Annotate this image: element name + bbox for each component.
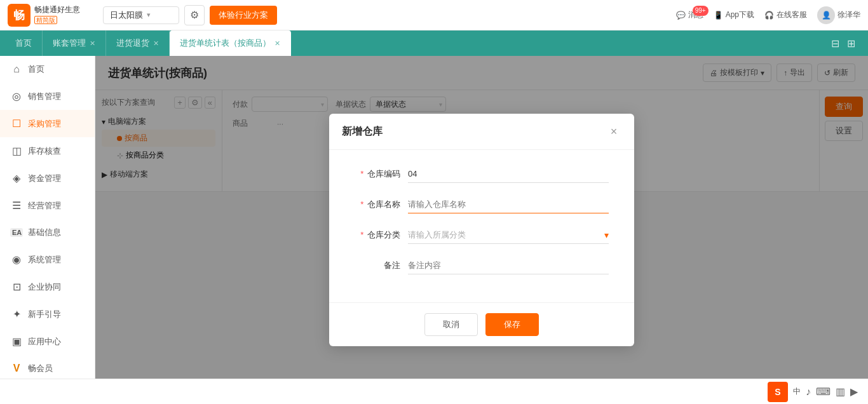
warehouse-category-select-wrap: 请输入所属分类 ▾ (408, 226, 609, 244)
top-header: 畅 畅捷通好生意 精简版 日太阳膜 ▾ ⚙ 体验行业方案 💬 消息 99+ 📱 … (0, 0, 868, 30)
logo-area: 畅 畅捷通好生意 精简版 (8, 4, 103, 27)
online-service-label: 在线客服 (776, 10, 807, 20)
appcenter-icon: ▣ (10, 335, 23, 347)
bottom-music-icon[interactable]: ♪ (806, 386, 811, 398)
cancel-button[interactable]: 取消 (424, 313, 478, 336)
bottom-window-icon[interactable]: ▥ (836, 386, 845, 398)
sidebar-item-vip[interactable]: V 畅会员 (0, 355, 95, 382)
warehouse-code-input[interactable] (408, 165, 609, 183)
sidebar-item-newbie[interactable]: ✦ 新手引导 (0, 300, 95, 328)
tab-purchase-stats[interactable]: 进货单统计表（按商品） ✕ (170, 30, 291, 56)
app-logo-icon: 畅 (8, 4, 31, 27)
form-notes-label: 备注 (355, 260, 400, 271)
gear-icon: ⚙ (190, 9, 199, 21)
app-download-label: App下载 (726, 10, 754, 20)
sidebar-item-basic-info-label: 基础信息 (28, 227, 61, 238)
form-row-category: * 仓库分类 请输入所属分类 ▾ (355, 226, 609, 244)
sidebar-item-home-label: 首页 (28, 64, 44, 75)
settings-button[interactable]: ⚙ (184, 5, 205, 25)
experience-button[interactable]: 体验行业方案 (210, 6, 277, 25)
sidebar-item-inventory[interactable]: ◫ 库存核查 (0, 137, 95, 165)
sidebar-item-system[interactable]: ◉ 系统管理 (0, 246, 95, 273)
warehouse-category-select[interactable]: 请输入所属分类 (408, 226, 609, 243)
tab-account-label: 账套管理 (53, 37, 86, 49)
sidebar-item-home[interactable]: ⌂ 首页 (0, 56, 95, 83)
finance-icon: ◈ (10, 172, 23, 184)
vip-icon: V (10, 363, 23, 374)
app-name: 畅捷通好生意 (34, 5, 80, 15)
sidebar-item-operations[interactable]: ☰ 经营管理 (0, 192, 95, 219)
message-action[interactable]: 💬 消息 99+ (676, 10, 703, 20)
form-row-code: * 仓库编码 (355, 165, 609, 183)
sidebar-item-system-label: 系统管理 (28, 254, 61, 266)
tab-account[interactable]: 账套管理 ✕ (43, 30, 106, 56)
online-service-action[interactable]: 🎧 在线客服 (764, 10, 807, 20)
bottom-play-icon[interactable]: ▶ (850, 386, 858, 398)
tab-minimize-icon[interactable]: ⊟ (829, 35, 842, 52)
store-name: 日太阳膜 (110, 10, 143, 21)
home-icon: ⌂ (10, 64, 23, 75)
app-download-action[interactable]: 📱 App下载 (714, 10, 754, 20)
sidebar-item-operations-label: 经营管理 (28, 200, 61, 212)
sidebar-item-sales[interactable]: ◎ 销售管理 (0, 83, 95, 110)
modal-close-btn[interactable]: × (606, 124, 621, 139)
tab-purchase-return[interactable]: 进货退货 ✕ (106, 30, 170, 56)
header-right: 💬 消息 99+ 📱 App下载 🎧 在线客服 👤 徐泽华 (676, 6, 860, 24)
bottom-bar: S 中 ♪ ⌨ ▥ ▶ (0, 379, 868, 404)
message-icon: 💬 (676, 11, 686, 20)
purchase-icon: ☐ (10, 118, 23, 130)
username: 徐泽华 (837, 10, 860, 20)
sidebar-item-appcenter[interactable]: ▣ 应用中心 (0, 328, 95, 355)
inventory-icon: ◫ (10, 145, 23, 157)
modal-body: * 仓库编码 * 仓库名称 (329, 150, 634, 302)
sidebar-item-basic-info[interactable]: EA 基础信息 (0, 219, 95, 246)
main-layout: ⌂ 首页 ◎ 销售管理 ☐ 采购管理 ◫ 库存核查 ◈ 资金管理 ☰ 经营管理 … (0, 56, 868, 404)
sales-icon: ◎ (10, 90, 23, 102)
modal-backdrop: 新增仓库 × * 仓库编码 (95, 56, 868, 404)
bottom-chinese-text[interactable]: 中 (793, 386, 801, 397)
modal-footer: 取消 保存 (329, 302, 634, 346)
warehouse-notes-input[interactable] (408, 257, 609, 274)
modal-add-warehouse: 新增仓库 × * 仓库编码 (329, 114, 634, 346)
tab-purchase-stats-label: 进货单统计表（按商品） (180, 37, 271, 49)
basic-info-icon: EA (10, 228, 23, 237)
form-code-label: * 仓库编码 (355, 168, 400, 180)
sidebar-item-finance[interactable]: ◈ 资金管理 (0, 165, 95, 192)
save-button[interactable]: 保存 (485, 313, 539, 336)
form-name-label: * 仓库名称 (355, 199, 400, 210)
newbie-icon: ✦ (10, 308, 23, 320)
tab-expand-icon[interactable]: ⊞ (844, 35, 858, 52)
avatar: 👤 (817, 6, 835, 24)
form-category-label: * 仓库分类 (355, 229, 400, 241)
modal-title: 新增仓库 (342, 125, 383, 138)
bottom-keyboard-icon[interactable]: ⌨ (816, 386, 831, 398)
operations-icon: ☰ (10, 199, 23, 212)
tab-home[interactable]: 首页 (5, 30, 43, 56)
modal-header: 新增仓库 × (329, 114, 634, 150)
close-tab-account[interactable]: ✕ (90, 39, 95, 48)
form-row-notes: 备注 (355, 257, 609, 274)
sidebar-item-sales-label: 销售管理 (28, 91, 61, 102)
close-tab-purchase-stats[interactable]: ✕ (275, 39, 280, 48)
user-action[interactable]: 👤 徐泽华 (817, 6, 860, 24)
sidebar-item-newbie-label: 新手引导 (28, 309, 61, 320)
tab-controls: ⊟ ⊞ (824, 30, 863, 56)
tab-bar: 首页 账套管理 ✕ 进货退货 ✕ 进货单统计表（按商品） ✕ ⊟ ⊞ (0, 30, 868, 56)
close-tab-purchase-return[interactable]: ✕ (153, 39, 159, 48)
content-area: 进货单统计(按商品) 🖨 按模板打印 ▾ ↑ 导出 ↺ 刷新 (95, 56, 868, 404)
warehouse-name-input[interactable] (408, 196, 609, 213)
required-star-name: * (360, 199, 363, 209)
sidebar-item-appcenter-label: 应用中心 (28, 336, 61, 347)
sidebar: ⌂ 首页 ◎ 销售管理 ☐ 采购管理 ◫ 库存核查 ◈ 资金管理 ☰ 经营管理 … (0, 56, 95, 404)
tab-spacer (291, 30, 824, 56)
required-star-category: * (360, 230, 363, 239)
sidebar-item-enterprise[interactable]: ⊡ 企业协同 (0, 273, 95, 300)
enterprise-icon: ⊡ (10, 281, 23, 293)
sidebar-item-purchase[interactable]: ☐ 采购管理 (0, 110, 95, 137)
headset-icon: 🎧 (764, 11, 774, 20)
app-tag: 精简版 (34, 16, 57, 24)
bottom-logo: S (768, 382, 788, 402)
sidebar-item-enterprise-label: 企业协同 (28, 281, 61, 293)
store-selector[interactable]: 日太阳膜 ▾ (103, 6, 179, 24)
tab-purchase-return-label: 进货退货 (116, 37, 149, 49)
